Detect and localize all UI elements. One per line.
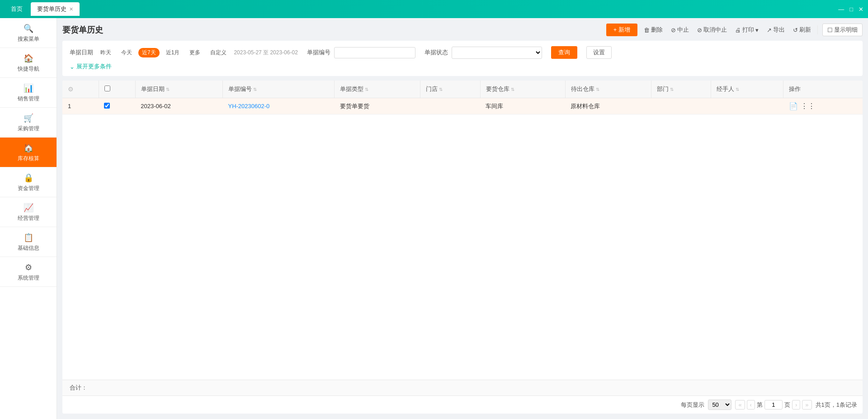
sidebar-item-finance-label: 资金管理 [18,185,39,192]
cell-doc-type: 要货单要货 [335,98,420,114]
sidebar-item-basic-info[interactable]: 📋 基础信息 [0,227,57,257]
sidebar-item-inventory[interactable]: 🏠 库存核算 [0,138,57,167]
date-btn-today[interactable]: 今天 [118,48,136,57]
th-store[interactable]: 门店 ⇅ [420,81,480,98]
sidebar-item-sales-label: 销售管理 [18,95,39,103]
sidebar-item-quick-nav[interactable]: 🏠 快捷导航 [0,48,57,78]
query-button[interactable]: 查询 [551,46,577,59]
tab-requisition-history[interactable]: 要货单历史 ✕ [31,2,80,16]
th-checkbox [99,81,135,98]
filter-panel: 单据日期 昨天 今天 近7天 近1月 更多 自定义 2023-05-27 至 2… [62,41,863,76]
th-doc-date-label: 单据日期 [141,85,165,93]
th-doc-date[interactable]: 单据日期 ⇅ [135,81,222,98]
tab-home-label: 首页 [11,5,23,13]
th-pending-warehouse[interactable]: 待出仓库 ⇅ [565,81,651,98]
th-settings[interactable]: ⚙ [62,81,99,98]
export-icon: ↗ [767,27,772,33]
next-page-button[interactable]: › [792,400,800,409]
sort-store-icon: ⇅ [439,87,443,92]
th-doc-type-label: 单据类型 [340,85,363,93]
doc-no-filter-group: 单据编号 [307,47,415,58]
top-bar-right: — □ ✕ [838,6,863,13]
cell-checkbox [99,98,135,114]
sort-dept-icon: ⇅ [670,87,674,92]
total-info: 共1页，1条记录 [816,401,857,409]
display-cell-button[interactable]: ☐ 显示明细 [822,24,863,36]
cell-handler [711,98,783,114]
last-page-button[interactable]: » [802,400,811,409]
display-cell-checkbox: ☐ [827,27,833,33]
table-row[interactable]: 1 2023-06-02 YH-20230602-0 要货单要货 车间库 原材料… [62,98,863,114]
sidebar-item-finance[interactable]: 🔒 资金管理 [0,167,57,197]
date-filter-label: 单据日期 [70,48,93,57]
cancel-stop-button[interactable]: ⊘ 取消中止 [695,26,729,34]
sales-icon: 📊 [24,83,33,93]
sidebar-item-system[interactable]: ⚙ 系统管理 [0,257,57,287]
cell-store [420,98,480,114]
sidebar-item-basic-info-label: 基础信息 [18,244,39,252]
date-btn-last7days[interactable]: 近7天 [138,48,160,57]
window-maximize-icon[interactable]: □ [849,6,853,13]
stop-button[interactable]: ⊘ 中止 [669,26,691,34]
doc-no-filter-label: 单据编号 [307,48,330,57]
th-doc-no[interactable]: 单据编号 ⇅ [222,81,334,98]
th-handler-label: 经手人 [717,85,734,93]
page-title: 要货单历史 [62,24,606,35]
print-button[interactable]: 🖨 打印 ▾ [733,26,760,34]
new-button[interactable]: + 新增 [606,24,637,36]
sidebar: 🔍 搜索菜单 🏠 快捷导航 📊 销售管理 🛒 采购管理 🏠 库存核算 🔒 资金管… [0,18,57,419]
main-layout: 🔍 搜索菜单 🏠 快捷导航 📊 销售管理 🛒 采购管理 🏠 库存核算 🔒 资金管… [0,18,868,419]
sort-req-warehouse-icon: ⇅ [511,87,514,92]
date-btn-custom[interactable]: 自定义 [207,48,230,57]
cancel-stop-label: 取消中止 [703,26,727,34]
sidebar-item-sales[interactable]: 📊 销售管理 [0,78,57,108]
table-header: ⚙ 单据日期 ⇅ 单据编号 ⇅ [62,81,863,98]
expand-more-btn[interactable]: ⌄ 展开更多条件 [70,62,855,71]
finance-icon: 🔒 [24,173,33,183]
settings-button[interactable]: 设置 [586,46,612,59]
system-icon: ⚙ [25,262,32,272]
cell-req-warehouse: 车间库 [480,98,565,114]
date-btn-last1month[interactable]: 近1月 [162,48,184,57]
page-number-input[interactable] [764,400,783,409]
sidebar-item-operations[interactable]: 📈 经营管理 [0,197,57,227]
content-area: 要货单历史 + 新增 🗑 删除 ⊘ 中止 ⊘ 取消中止 🖨 打印 [57,18,868,419]
tab-home[interactable]: 首页 [5,2,29,16]
window-minimize-icon[interactable]: — [838,6,844,13]
th-dept-label: 部门 [657,85,669,93]
th-doc-type[interactable]: 单据类型 ⇅ [335,81,420,98]
sidebar-item-purchase[interactable]: 🛒 采购管理 [0,108,57,138]
th-dept[interactable]: 部门 ⇅ [651,81,711,98]
select-all-checkbox[interactable] [104,86,110,91]
delete-button[interactable]: 🗑 删除 [642,26,665,34]
delete-label: 删除 [651,26,663,34]
first-page-button[interactable]: « [735,400,745,409]
window-close-icon[interactable]: ✕ [859,6,863,13]
filter-row-1: 单据日期 昨天 今天 近7天 近1月 更多 自定义 2023-05-27 至 2… [70,46,855,59]
sidebar-item-operations-label: 经营管理 [18,214,39,222]
export-button[interactable]: ↗ 导出 [765,26,787,34]
row-checkbox[interactable] [104,103,110,109]
row-edit-icon[interactable]: 📄 [789,102,798,110]
prev-page-button[interactable]: ‹ [747,400,755,409]
refresh-label: 刷新 [799,26,811,34]
tab-close-icon[interactable]: ✕ [69,6,73,12]
pagination-bar: 每页显示 10 20 50 100 « ‹ 第 页 › » 共1页，1条记录 [62,395,863,414]
doc-no-input[interactable] [334,47,415,58]
date-filter-buttons: 昨天 今天 近7天 近1月 更多 自定义 [97,48,230,57]
refresh-button[interactable]: ↺ 刷新 [791,26,813,34]
data-table: ⚙ 单据日期 ⇅ 单据编号 ⇅ [62,81,863,114]
doc-no-link[interactable]: YH-20230602-0 [228,103,269,110]
th-req-warehouse[interactable]: 要货仓库 ⇅ [480,81,565,98]
date-btn-more[interactable]: 更多 [186,48,204,57]
expand-icon: ⌄ [70,63,75,70]
status-select[interactable] [452,47,542,59]
date-btn-yesterday[interactable]: 昨天 [97,48,115,57]
per-page-select[interactable]: 10 20 50 100 [708,400,731,410]
th-handler[interactable]: 经手人 ⇅ [711,81,783,98]
row-more-icon[interactable]: ⋮⋮ [801,102,815,110]
cell-actions: 📄 ⋮⋮ [783,98,863,114]
sort-pending-warehouse-icon: ⇅ [596,87,599,92]
sidebar-item-search-menu[interactable]: 🔍 搜索菜单 [0,18,57,48]
toolbar-divider [817,25,818,34]
